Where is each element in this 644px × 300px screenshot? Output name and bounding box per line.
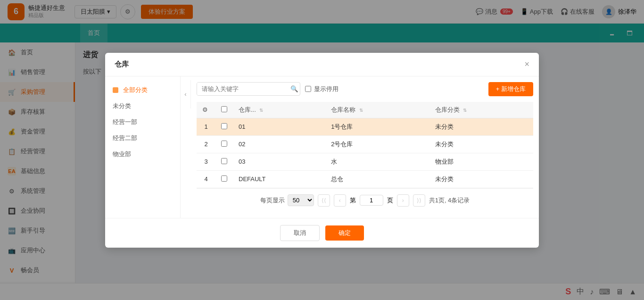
modal-close-button[interactable]: × — [524, 59, 529, 69]
th-category: 仓库分类 ⇅ — [429, 102, 533, 118]
confirm-button[interactable]: 确定 — [325, 225, 364, 241]
new-warehouse-button[interactable]: + 新增仓库 — [488, 82, 533, 96]
row-code-3: 03 — [233, 153, 325, 170]
table-row[interactable]: 1 01 1号仓库 未分类 — [197, 118, 533, 135]
row-code-4: DEFAULT — [233, 170, 325, 188]
sort-icon-code: ⇅ — [259, 108, 263, 113]
modal-main-content: 🔍 显示停用 + 新增仓库 ⚙ — [191, 76, 539, 218]
page-unit: 页 — [387, 196, 393, 205]
search-button[interactable]: 🔍 — [286, 83, 300, 95]
table-row[interactable]: 4 DEFAULT 总仓 未分类 — [197, 170, 533, 188]
sidebar-collapse-button[interactable]: ‹ — [181, 80, 191, 108]
total-info: 共1页, 4条记录 — [429, 196, 470, 205]
th-settings: ⚙ — [197, 102, 215, 118]
row-checkbox-2[interactable] — [215, 135, 233, 153]
search-input[interactable] — [197, 83, 286, 95]
show-disabled-label[interactable]: 显示停用 — [305, 85, 339, 93]
row-code-2: 02 — [233, 135, 325, 153]
row-category-1: 未分类 — [429, 118, 533, 135]
modal-toolbar: 🔍 显示停用 + 新增仓库 — [197, 82, 533, 96]
next-page-button[interactable]: › — [397, 194, 409, 207]
modal-body: 全部分类 未分类 经营一部 经营二部 物业部 ‹ — [105, 76, 539, 218]
select-all-checkbox[interactable] — [221, 106, 227, 112]
category-icon-all — [113, 87, 118, 93]
show-disabled-checkbox[interactable] — [305, 86, 311, 92]
category-label-all: 全部分类 — [123, 86, 148, 94]
row-category-4: 未分类 — [429, 170, 533, 188]
search-box: 🔍 — [197, 82, 300, 96]
row-category-3: 物业部 — [429, 153, 533, 170]
category-dept1[interactable]: 经营一部 — [105, 114, 180, 130]
category-label-dept1: 经营一部 — [113, 118, 137, 126]
row-category-2: 未分类 — [429, 135, 533, 153]
category-unclassified[interactable]: 未分类 — [105, 98, 180, 114]
category-label-property: 物业部 — [113, 150, 131, 158]
row-name-3: 水 — [325, 153, 429, 170]
modal-category-sidebar: 全部分类 未分类 经营一部 经营二部 物业部 — [105, 76, 181, 218]
modal-header: 仓库 × — [105, 53, 539, 76]
modal-footer: 取消 确定 — [105, 218, 539, 248]
sort-icon-category: ⇅ — [463, 108, 467, 113]
category-label-unclassified: 未分类 — [113, 102, 131, 110]
category-dept2[interactable]: 经营二部 — [105, 130, 180, 146]
per-page-selector: 每页显示 50 10 20 100 — [260, 194, 314, 206]
table-body: 1 01 1号仓库 未分类 2 02 2号仓库 — [197, 118, 533, 188]
row-code-1: 01 — [233, 118, 325, 135]
page-input[interactable] — [360, 195, 383, 206]
first-page-button[interactable]: ⟨⟨ — [318, 194, 330, 207]
table-row[interactable]: 3 03 水 物业部 — [197, 153, 533, 170]
category-property[interactable]: 物业部 — [105, 146, 180, 162]
th-code: 仓库... ⇅ — [233, 102, 325, 118]
row-checkbox-1[interactable] — [215, 118, 233, 135]
modal-overlay: 仓库 × 全部分类 未分类 经营一部 经营二部 — [0, 0, 644, 300]
table-row[interactable]: 2 02 2号仓库 未分类 — [197, 135, 533, 153]
row-name-1: 1号仓库 — [325, 118, 429, 135]
cancel-button[interactable]: 取消 — [280, 225, 320, 241]
sort-icon-name: ⇅ — [359, 108, 363, 113]
show-disabled-text: 显示停用 — [314, 85, 339, 93]
th-checkbox — [215, 102, 233, 118]
th-name: 仓库名称 ⇅ — [325, 102, 429, 118]
per-page-select[interactable]: 50 10 20 100 — [288, 194, 314, 206]
row-num-2: 2 — [197, 135, 215, 153]
modal-title: 仓库 — [115, 60, 129, 69]
page-label: 第 — [350, 196, 356, 205]
row-checkbox-4[interactable] — [215, 170, 233, 188]
per-page-label: 每页显示 — [260, 196, 285, 205]
last-page-button[interactable]: ⟩⟩ — [413, 194, 425, 207]
row-name-2: 2号仓库 — [325, 135, 429, 153]
table-container: ⚙ 仓库... ⇅ 仓库名称 ⇅ — [197, 102, 533, 188]
row-name-4: 总仓 — [325, 170, 429, 188]
row-num-4: 4 — [197, 170, 215, 188]
prev-page-button[interactable]: ‹ — [334, 194, 346, 207]
category-label-dept2: 经营二部 — [113, 134, 137, 142]
row-num-1: 1 — [197, 118, 215, 135]
row-checkbox-3[interactable] — [215, 153, 233, 170]
warehouse-modal: 仓库 × 全部分类 未分类 经营一部 经营二部 — [105, 53, 539, 248]
warehouse-table: ⚙ 仓库... ⇅ 仓库名称 ⇅ — [197, 102, 533, 188]
pagination: 每页显示 50 10 20 100 ⟨⟨ ‹ 第 页 › ⟩⟩ — [197, 188, 533, 212]
table-header: ⚙ 仓库... ⇅ 仓库名称 ⇅ — [197, 102, 533, 118]
row-num-3: 3 — [197, 153, 215, 170]
category-all[interactable]: 全部分类 — [105, 82, 180, 98]
